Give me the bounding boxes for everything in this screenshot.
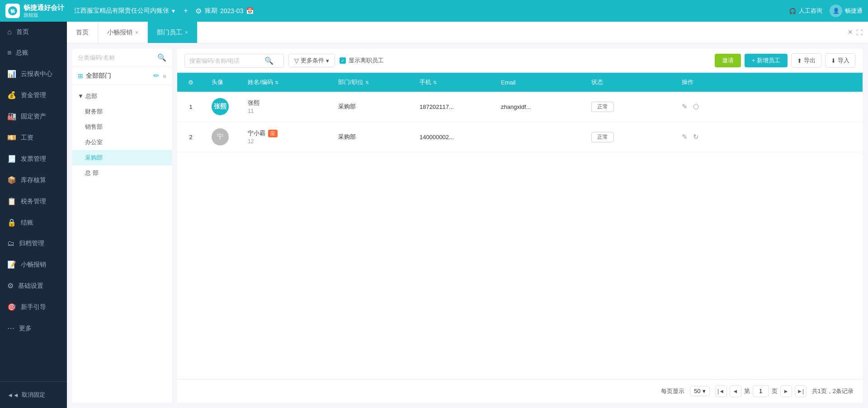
sidebar-item-salary[interactable]: 💴 工资 (0, 127, 67, 148)
edit-dept-icon[interactable]: ✏ (153, 71, 159, 80)
tab-expand-icon[interactable]: ⛶ (856, 29, 863, 36)
headset-icon: 🎧 (789, 8, 796, 14)
avatar-ning: 宁 (212, 128, 229, 145)
salary-icon: 💴 (7, 133, 16, 142)
support-button[interactable]: 🎧 人工咨询 (789, 7, 822, 15)
resigned-checkbox[interactable] (340, 57, 346, 64)
tab-expense-label: 小畅报销 (107, 28, 132, 37)
sidebar-item-inventory[interactable]: 📦 库存核算 (0, 169, 67, 191)
sidebar-item-expense[interactable]: 📝 小畅报销 (0, 254, 67, 275)
login-employee-icon[interactable]: ⬡ (693, 103, 699, 111)
sidebar-item-invoice[interactable]: 🧾 发票管理 (0, 148, 67, 169)
sidebar-item-label: 发票管理 (21, 155, 46, 163)
page-prev-button[interactable]: ◄ (730, 385, 741, 397)
collapse-dept-icon[interactable]: « (163, 72, 166, 80)
tab-expense[interactable]: 小畅报销 × (98, 22, 148, 43)
add-button[interactable]: + (179, 5, 192, 17)
department-tree: ▼ 总部 财务部 销售部 办公室 采购部 (72, 85, 172, 403)
calendar-icon: 📅 (246, 7, 254, 14)
search-input[interactable] (189, 57, 262, 64)
row1-phone: 187202117... (412, 92, 494, 122)
edit-employee2-icon[interactable]: ✎ (682, 133, 688, 141)
import-button[interactable]: ⬇ 导入 (825, 53, 855, 68)
reports-icon: 📊 (7, 70, 16, 78)
add-employee-button[interactable]: + 新增员工 (745, 54, 788, 67)
company-selector[interactable]: 江西服宝精品有限责任公司内账张 ▾ (74, 7, 175, 15)
filter-icon: ▽ (294, 57, 299, 64)
search-icon[interactable]: 🔍 (264, 56, 274, 65)
settings-icon[interactable]: ⚙ (192, 5, 205, 17)
dept-node-sales[interactable]: 销售部 (72, 119, 172, 135)
row2-name: 宁小霸 应 12 (241, 122, 331, 152)
dept-node-purchase[interactable]: 采购部 (72, 150, 172, 165)
phone-sort-icon: ⇅ (433, 80, 437, 85)
dept-node-hq[interactable]: ▼ 总部 (72, 89, 172, 104)
period-selector[interactable]: 账期 2023-03 📅 (205, 7, 254, 15)
grid-icon: ⊞ (78, 72, 83, 80)
content-area: 首页 小畅报销 × 部门员工 × × ⛶ 🔍 (67, 22, 868, 408)
sidebar-item-assets[interactable]: 🏭 固定资产 (0, 106, 67, 127)
export-button[interactable]: ⬆ 导出 (791, 53, 821, 68)
sidebar-item-reports[interactable]: 📊 云报表中心 (0, 63, 67, 84)
edit-employee-icon[interactable]: ✎ (682, 103, 688, 111)
row1-actions: ✎ ⬡ (675, 92, 863, 122)
show-resigned-toggle[interactable]: 显示离职员工 (340, 56, 384, 65)
col-dept[interactable]: 部门/职位 ⇅ (331, 73, 412, 92)
sidebar-item-close[interactable]: 🔒 结账 (0, 212, 67, 233)
user-menu[interactable]: 👤 畅捷通 (830, 5, 863, 17)
dropdown-icon: ▾ (172, 7, 175, 14)
sidebar-item-funds[interactable]: 💰 资金管理 (0, 84, 67, 106)
dept-node-finance[interactable]: 财务部 (72, 104, 172, 119)
logo-area: 畅 畅捷通好会计 旗舰版 (5, 4, 72, 19)
refresh-employee2-icon[interactable]: ↻ (693, 133, 699, 141)
sidebar-item-tax[interactable]: 📋 税务管理 (0, 191, 67, 212)
tax-icon: 📋 (7, 197, 16, 206)
sidebar-item-archive[interactable]: 🗂 归档管理 (0, 233, 67, 254)
page-first-button[interactable]: |◄ (715, 385, 727, 397)
sidebar-item-label: 总账 (16, 49, 28, 57)
page-number-input[interactable] (753, 385, 769, 397)
dept-node-office[interactable]: 办公室 (72, 135, 172, 150)
invite-button[interactable]: 邀请 (715, 54, 741, 67)
cancel-pin-button[interactable]: ◄◄ 取消固定 (0, 386, 67, 403)
tab-employees-close[interactable]: × (185, 29, 188, 36)
dept-search-icon[interactable]: 🔍 (157, 53, 166, 62)
expense-icon: 📝 (7, 260, 16, 269)
sidebar-item-home[interactable]: ⌂ 首页 (0, 22, 67, 42)
tab-employees[interactable]: 部门员工 × (148, 22, 198, 43)
col-phone[interactable]: 手机 ⇅ (412, 73, 494, 92)
ying-tag: 应 (268, 130, 278, 137)
sidebar-item-more[interactable]: ⋯ 更多 (0, 318, 67, 339)
dept-node-hq2[interactable]: 总 部 (72, 165, 172, 181)
filter-chevron-icon: ▾ (326, 57, 329, 64)
col-actions: 操作 (675, 73, 863, 92)
sidebar-item-label: 工资 (21, 134, 33, 142)
filter-button[interactable]: ▽ 更多条件 ▾ (288, 54, 335, 67)
dept-search-area: 🔍 (72, 49, 172, 67)
total-info: 共1页，2条记录 (812, 387, 854, 395)
tab-expense-close[interactable]: × (135, 29, 138, 36)
page-last-button[interactable]: ►| (795, 385, 807, 397)
tab-minimize-icon[interactable]: × (848, 28, 853, 37)
row2-no: 2 (177, 122, 204, 152)
invoice-icon: 🧾 (7, 155, 16, 163)
col-settings[interactable]: ⚙ (177, 73, 204, 92)
row2-phone: 140000002... (412, 122, 494, 152)
sidebar-item-guide[interactable]: 🎯 新手引导 (0, 296, 67, 318)
toolbar-right: 邀请 + 新增员工 ⬆ 导出 ⬇ 导入 (715, 53, 855, 68)
page-di-label: 第 (744, 387, 750, 395)
archive-icon: 🗂 (7, 239, 14, 248)
page-next-button[interactable]: ► (780, 385, 792, 397)
per-page-select[interactable]: 50 ▾ (690, 386, 709, 396)
sidebar-item-settings[interactable]: ⚙ 基础设置 (0, 275, 67, 296)
sidebar-item-label: 资金管理 (21, 91, 46, 99)
avatar-zhang: 张熙 (212, 98, 229, 115)
tab-home[interactable]: 首页 (67, 22, 98, 43)
header-actions: 🎧 人工咨询 👤 畅捷通 (789, 5, 863, 17)
sidebar-item-ledger[interactable]: ≡ 总账 (0, 42, 67, 63)
table-row: 1 张熙 张熙 11 (177, 92, 863, 122)
app-name: 畅捷通好会计 (24, 4, 64, 12)
close-accounts-icon: 🔒 (7, 218, 16, 227)
dept-search-input[interactable] (78, 54, 155, 61)
col-name[interactable]: 姓名/编码 ⇅ (241, 73, 331, 92)
